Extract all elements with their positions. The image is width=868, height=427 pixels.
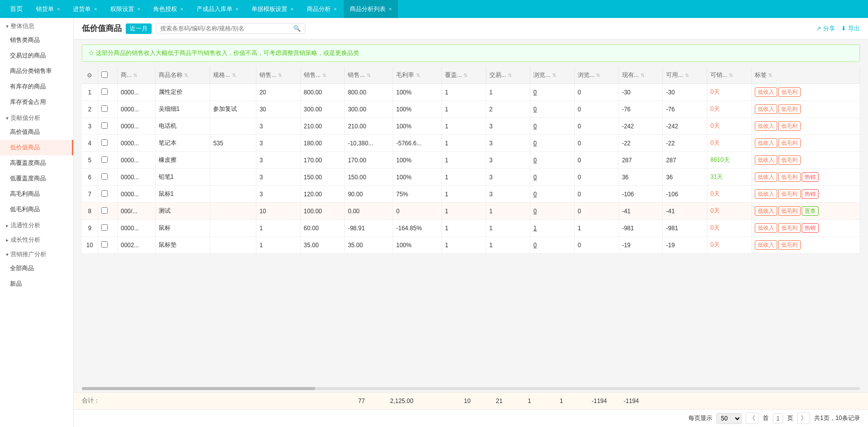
row-select-checkbox[interactable]: [101, 241, 108, 248]
view1-link[interactable]: 0: [533, 123, 537, 130]
nav-product-analysis-list[interactable]: 商品分析列表 ×: [344, 0, 398, 18]
last-page-button[interactable]: 》: [797, 413, 810, 424]
horizontal-scrollbar[interactable]: [82, 387, 860, 390]
first-page-button[interactable]: 《: [746, 413, 759, 424]
settings-icon[interactable]: ⚙: [87, 72, 92, 79]
row-checkbox[interactable]: [98, 118, 118, 135]
nav-permission[interactable]: 权限设置 ×: [104, 0, 146, 18]
row-select-checkbox[interactable]: [101, 224, 108, 231]
col-code[interactable]: 商... ⇅: [118, 67, 156, 84]
row-checkbox[interactable]: [98, 186, 118, 203]
nav-sales[interactable]: 销货单 ×: [30, 0, 66, 18]
row-checkbox[interactable]: [98, 203, 118, 220]
sidebar-item-category-rate[interactable]: 商品分类销售率: [0, 63, 73, 79]
search-input[interactable]: [160, 25, 291, 32]
row-checkbox[interactable]: [98, 84, 118, 101]
close-icon[interactable]: ×: [235, 6, 238, 12]
view1-link[interactable]: 0: [533, 242, 537, 249]
nav-purchase[interactable]: 进货单 ×: [67, 0, 103, 18]
sidebar-group-marketing[interactable]: ▾ 营销推广分析: [0, 246, 73, 261]
row-select-checkbox[interactable]: [101, 190, 108, 197]
sidebar-group-growth[interactable]: ▸ 成长性分析: [0, 232, 73, 246]
row-available-stock: -981: [663, 220, 707, 237]
nav-home[interactable]: 首页: [4, 0, 29, 18]
sidebar-group-contribution[interactable]: ▾ 贡献值分析: [0, 110, 73, 124]
per-page-select[interactable]: 50 100 200: [716, 413, 742, 424]
col-view2[interactable]: 浏览... ⇅: [575, 67, 619, 84]
close-icon[interactable]: ×: [290, 6, 293, 12]
sidebar-item-high-margin[interactable]: 高毛利商品: [0, 186, 73, 202]
row-select-checkbox[interactable]: [101, 88, 108, 95]
row-sales-profit: 800.00: [345, 84, 393, 101]
close-icon[interactable]: ×: [180, 6, 183, 12]
table-row: 8 000/... 测试 10 100.00 0.00 0 1 1 0 0 -4…: [82, 203, 860, 220]
row-checkbox[interactable]: [98, 135, 118, 152]
col-saleable[interactable]: 可销... ⇅: [707, 67, 751, 84]
sidebar-item-high-value[interactable]: 高价值商品: [0, 124, 73, 140]
row-current-stock: -242: [619, 118, 663, 135]
row-select-checkbox[interactable]: [101, 156, 108, 163]
share-button[interactable]: ↗ 分享: [816, 24, 835, 33]
sidebar-item-traded-products[interactable]: 交易过的商品: [0, 48, 73, 63]
col-tags[interactable]: 标签 ⇅: [751, 67, 860, 84]
col-coverage[interactable]: 覆盖... ⇅: [442, 67, 486, 84]
nav-product-analysis[interactable]: 商品分析 ×: [301, 0, 343, 18]
nav-template[interactable]: 单据模板设置 ×: [245, 0, 299, 18]
view1-link[interactable]: 0: [533, 140, 537, 147]
row-select-checkbox[interactable]: [101, 207, 108, 214]
view1-link[interactable]: 0: [533, 191, 537, 198]
row-checkbox[interactable]: [98, 169, 118, 186]
view1-link[interactable]: 0: [533, 106, 537, 113]
col-sales-profit[interactable]: 销售... ⇅: [345, 67, 393, 84]
sidebar-item-all-products[interactable]: 全部商品: [0, 261, 73, 276]
nav-product-instock[interactable]: 产成品入库单 ×: [191, 0, 244, 18]
col-sales-amount[interactable]: 销售... ⇅: [300, 67, 345, 84]
view1-link[interactable]: 0: [533, 89, 537, 96]
close-icon[interactable]: ×: [94, 6, 97, 12]
col-settings[interactable]: ⚙: [82, 67, 98, 84]
sidebar-item-low-value[interactable]: 低价值商品: [0, 140, 73, 155]
col-name[interactable]: 商品名称 ⇅: [155, 67, 210, 84]
view1-link[interactable]: 1: [533, 225, 537, 232]
export-button[interactable]: ⬇ 导出: [841, 24, 860, 33]
tag-badge: 低收入: [755, 172, 777, 182]
row-available-stock: -106: [663, 186, 707, 203]
row-checkbox[interactable]: [98, 152, 118, 169]
col-sales-qty[interactable]: 销售... ⇅: [256, 67, 301, 84]
sidebar-group-flow[interactable]: ▸ 流通性分析: [0, 217, 73, 232]
view1-link[interactable]: 0: [533, 157, 537, 164]
search-icon[interactable]: 🔍: [293, 25, 301, 32]
filter-badge[interactable]: 近一月: [126, 23, 152, 34]
nav-role[interactable]: 角色授权 ×: [147, 0, 189, 18]
sidebar-item-low-margin[interactable]: 低毛利商品: [0, 202, 73, 217]
row-select-checkbox[interactable]: [101, 139, 108, 146]
select-all-checkbox[interactable]: [101, 71, 108, 78]
row-checkbox[interactable]: [98, 101, 118, 118]
row-checkbox[interactable]: [98, 220, 118, 237]
col-current-stock[interactable]: 现有... ⇅: [619, 67, 663, 84]
row-checkbox[interactable]: [98, 237, 118, 254]
row-view1: 1: [530, 220, 575, 237]
sidebar-item-new-products[interactable]: 新品: [0, 276, 73, 292]
close-icon[interactable]: ×: [334, 6, 337, 12]
row-trade: 3: [486, 152, 530, 169]
view1-link[interactable]: 0: [533, 208, 537, 215]
sidebar-item-stock-capital[interactable]: 库存资金占用: [0, 94, 73, 110]
sidebar-group-overall[interactable]: ▾ 整体信息: [0, 18, 73, 32]
col-spec[interactable]: 规格... ⇅: [210, 67, 256, 84]
row-select-checkbox[interactable]: [101, 105, 108, 112]
sidebar-item-sales-products[interactable]: 销售类商品: [0, 32, 73, 48]
sidebar-item-stock-products[interactable]: 有库存的商品: [0, 79, 73, 94]
col-trade[interactable]: 交易... ⇅: [486, 67, 530, 84]
col-margin[interactable]: 毛利率 ⇅: [393, 67, 442, 84]
row-select-checkbox[interactable]: [101, 173, 108, 180]
sidebar-item-high-coverage[interactable]: 高覆盖度商品: [0, 155, 73, 171]
close-icon[interactable]: ×: [57, 6, 60, 12]
col-view1[interactable]: 浏览... ⇅: [530, 67, 575, 84]
view1-link[interactable]: 0: [533, 174, 537, 181]
sidebar-item-low-coverage[interactable]: 低覆盖度商品: [0, 171, 73, 186]
close-icon[interactable]: ×: [389, 6, 392, 12]
row-select-checkbox[interactable]: [101, 122, 108, 129]
col-available-stock[interactable]: 可用... ⇅: [663, 67, 707, 84]
close-icon[interactable]: ×: [137, 6, 140, 12]
